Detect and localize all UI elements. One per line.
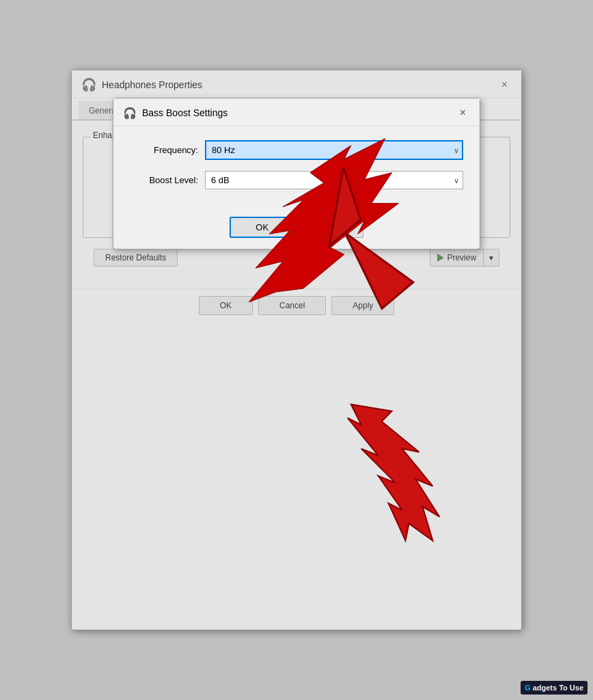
frequency-row: Frequency: 80 Hz 60 Hz 100 Hz 120 Hz ∨	[130, 140, 463, 160]
dialog-close-button[interactable]: ×	[456, 105, 470, 120]
dialog-icon: 🎧	[123, 107, 137, 120]
bass-boost-dialog: 🎧 Bass Boost Settings × Frequency: 80 Hz…	[113, 98, 480, 250]
main-window: 🎧 Headphones Properties × General Levels…	[71, 70, 522, 630]
frequency-select-wrapper: 80 Hz 60 Hz 100 Hz 120 Hz ∨	[205, 140, 463, 160]
boost-level-label: Boost Level:	[130, 175, 198, 185]
dialog-buttons: OK Cancel	[113, 211, 480, 249]
watermark: G adgets To Use	[521, 681, 588, 695]
dialog-title-bar: 🎧 Bass Boost Settings ×	[113, 98, 480, 126]
frequency-label: Frequency:	[130, 145, 198, 155]
frequency-select[interactable]: 80 Hz 60 Hz 100 Hz 120 Hz	[205, 140, 463, 160]
boost-level-select[interactable]: 3 dB 6 dB 9 dB 12 dB	[205, 171, 463, 189]
boost-select-wrapper: 3 dB 6 dB 9 dB 12 dB ∨	[205, 171, 463, 189]
dialog-body: Frequency: 80 Hz 60 Hz 100 Hz 120 Hz ∨ B…	[113, 126, 480, 211]
watermark-g: G	[525, 684, 531, 692]
dialog-title: Bass Boost Settings	[142, 107, 227, 118]
dialog-ok-button[interactable]: OK	[230, 217, 294, 238]
watermark-text: adgets To Use	[533, 684, 583, 692]
boost-level-row: Boost Level: 3 dB 6 dB 9 dB 12 dB ∨	[130, 171, 463, 189]
dialog-cancel-button[interactable]: Cancel	[301, 217, 363, 238]
